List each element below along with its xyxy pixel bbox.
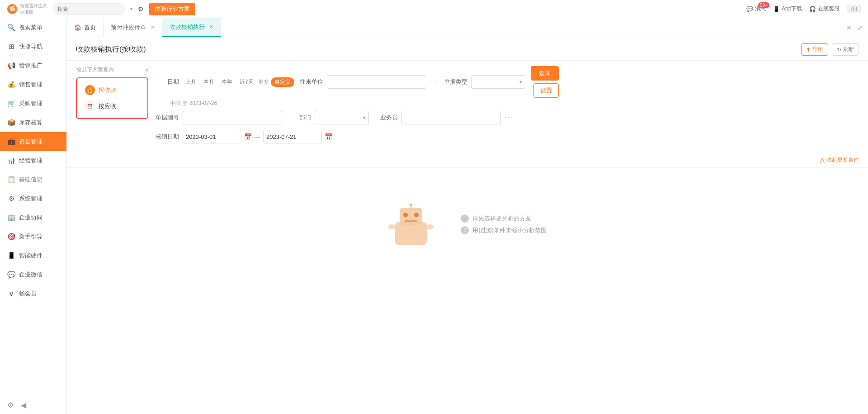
sidebar-item-finance[interactable]: 💼 资金管理 <box>0 132 66 151</box>
tab-expand-icon[interactable]: ⤢ <box>855 22 864 33</box>
message-button[interactable]: 💬 消息 99+ <box>746 5 766 13</box>
sidebar: 🔍 搜索菜单 ⊞ 快捷导航 📢 营销推广 💰 销售管理 🛒 采购管理 📦 库存核… <box>0 18 67 414</box>
by-receivable-icon: ⏰ <box>85 101 95 111</box>
date-btn-7days[interactable]: 近7天 <box>237 77 256 87</box>
page-title: 收款核销执行(按收款) <box>76 45 146 54</box>
sidebar-item-label: 畅会员 <box>19 290 37 298</box>
export-button[interactable]: ⬆ 导出 <box>801 43 828 56</box>
svg-rect-0 <box>395 222 427 245</box>
verify-date-to-input[interactable] <box>263 130 322 143</box>
operations-icon: 📊 <box>7 157 15 165</box>
filter-sidebar-label: 按以下方案查询 « <box>76 66 148 74</box>
sidebar-item-basic-info[interactable]: 📋 基础信息 <box>0 170 66 189</box>
quick-nav-icon: ⊞ <box>7 43 15 51</box>
collapse-more-button[interactable]: ⋀ 收起更多条件 <box>820 156 859 164</box>
doc-type-field: 单据类型 <box>444 75 525 89</box>
sidebar-item-system[interactable]: ⚙ 系统管理 <box>0 189 66 208</box>
sidebar-item-marketing[interactable]: 📢 营销推广 <box>0 56 66 75</box>
svg-point-3 <box>414 213 419 217</box>
sidebar-item-wechat[interactable]: 💬 企业微信 <box>0 265 66 284</box>
app-download-button[interactable]: 📱 App下载 <box>773 5 802 13</box>
sidebar-item-enterprise[interactable]: 🏢 企业协同 <box>0 208 66 227</box>
doc-no-input[interactable] <box>183 111 282 124</box>
tab-prepay[interactable]: 预付冲应付单 ✕ <box>104 18 162 37</box>
tab-close-all-icon[interactable]: ✕ <box>844 22 854 33</box>
sidebar-item-label: 搜索菜单 <box>19 24 42 32</box>
verify-date-to-cal-icon[interactable]: 📅 <box>325 133 332 140</box>
tab-bar: 🏠 首页 预付冲应付单 ✕ 收款核销执行 ✕ ✕ ⤢ <box>67 18 868 37</box>
sidebar-item-operations[interactable]: 📊 经营管理 <box>0 151 66 170</box>
refresh-button[interactable]: ↻ 刷新 <box>832 43 859 56</box>
doc-no-label: 单据编号 <box>156 114 179 122</box>
filter-row-2: 单据编号 部门 <box>156 111 859 124</box>
verify-date-field: 核销日期 📅 — 📅 <box>156 130 332 143</box>
by-receipt-icon: 💰 <box>85 85 95 95</box>
sidebar-bottom: ⚙ ◀ <box>0 396 66 414</box>
settings-icon[interactable]: ⚙ <box>138 5 144 13</box>
export-icon: ⬆ <box>806 47 811 53</box>
dept-select[interactable] <box>315 111 369 124</box>
filter-row-3: 核销日期 📅 — 📅 <box>156 130 859 143</box>
filter-sidebar-collapse-icon[interactable]: « <box>145 67 148 73</box>
filter-option-by-receivable[interactable]: ⏰ 按应收 <box>80 98 144 114</box>
empty-state: 1 请先选择要分析的方案 2 用[过滤]条件来缩小分析范围 <box>67 168 868 281</box>
tab-receipt-verify-close-icon[interactable]: ✕ <box>209 24 213 30</box>
sidebar-item-quick-nav[interactable]: ⊞ 快捷导航 <box>0 37 66 56</box>
user-info[interactable]: Rit <box>847 5 861 13</box>
page-inner: 收款核销执行(按收款) ⬆ 导出 ↻ 刷新 <box>67 37 868 414</box>
collapse-bar: ⋀ 收起更多条件 <box>67 154 868 168</box>
home-icon: 🏠 <box>74 24 81 31</box>
doc-type-select[interactable] <box>471 75 525 89</box>
date-btn-last-month[interactable]: 上月 <box>183 77 199 87</box>
filter-sidebar: 按以下方案查询 « 💰 按收款 ⏰ 按应收 <box>76 66 148 149</box>
staff-more-icon[interactable]: ··· <box>505 114 513 122</box>
logo-area: 畅 畅捷通好生意 标准版 <box>7 3 47 15</box>
counterparty-input[interactable] <box>327 75 426 89</box>
search-input[interactable] <box>52 3 125 15</box>
sidebar-item-sales[interactable]: 💰 销售管理 <box>0 75 66 94</box>
system-icon: ⚙ <box>7 195 15 203</box>
settings-button[interactable]: 设置 <box>533 83 559 98</box>
verify-date-from-cal-icon[interactable]: 📅 <box>244 133 252 140</box>
sidebar-item-label: 系统管理 <box>19 195 42 203</box>
tab-actions: ✕ ⤢ <box>844 22 868 33</box>
sidebar-collapse-icon[interactable]: ◀ <box>21 401 26 409</box>
verify-date-from-input[interactable] <box>183 130 241 143</box>
wechat-icon: 💬 <box>7 271 15 279</box>
verify-date-range: 📅 — 📅 <box>183 130 332 143</box>
counterparty-field: 往来单位 ··· <box>300 75 439 89</box>
page-header: 收款核销执行(按收款) ⬆ 导出 ↻ 刷新 <box>67 37 868 61</box>
sidebar-item-label: 企业微信 <box>19 271 42 279</box>
top-bar: 畅 畅捷通好生意 标准版 ▾ ⚙ 体验行业方案 💬 消息 99+ 📱 App下载… <box>0 0 868 18</box>
search-chevron-icon[interactable]: ▾ <box>130 6 132 11</box>
sidebar-item-member[interactable]: V 畅会员 <box>0 284 66 303</box>
date-more-btn[interactable]: 更多 <box>258 78 269 86</box>
dept-field: 部门 <box>288 111 369 124</box>
service-icon: 🎧 <box>809 6 816 12</box>
counterparty-more-icon[interactable]: ··· <box>430 78 439 86</box>
sidebar-item-search-menu[interactable]: 🔍 搜索菜单 <box>0 18 66 37</box>
sidebar-item-label: 资金管理 <box>19 138 42 146</box>
tab-prepay-close-icon[interactable]: ✕ <box>151 24 155 30</box>
date-btn-custom[interactable]: 自定义 <box>271 77 294 87</box>
sidebar-item-purchase[interactable]: 🛒 采购管理 <box>0 94 66 113</box>
sidebar-item-guide[interactable]: 🎯 新手引导 <box>0 227 66 246</box>
tab-home[interactable]: 🏠 首页 <box>67 18 104 37</box>
sidebar-item-hardware[interactable]: 📱 智能硬件 <box>0 246 66 265</box>
date-btn-this-year[interactable]: 本年 <box>219 77 235 87</box>
filter-option-by-receipt[interactable]: 💰 按收款 <box>80 82 144 98</box>
date-btn-this-month[interactable]: 本月 <box>201 77 217 87</box>
search-menu-icon: 🔍 <box>7 24 15 32</box>
robot-svg <box>388 204 434 245</box>
staff-input[interactable] <box>401 111 501 124</box>
sidebar-item-label: 基础信息 <box>19 176 42 184</box>
content-area: 🏠 首页 预付冲应付单 ✕ 收款核销执行 ✕ ✕ ⤢ 收款核销执行(按 <box>67 18 868 414</box>
query-button[interactable]: 查询 <box>531 66 559 81</box>
tab-receipt-verify[interactable]: 收款核销执行 ✕ <box>162 18 221 37</box>
solution-button[interactable]: 体验行业方案 <box>149 3 195 15</box>
sidebar-item-inventory[interactable]: 📦 库存核算 <box>0 113 66 132</box>
hint-num-2: 2 <box>461 226 469 234</box>
customer-service-button[interactable]: 🎧 在线客服 <box>809 5 840 13</box>
empty-hint-1: 1 请先选择要分析的方案 <box>461 214 546 223</box>
sidebar-settings-icon[interactable]: ⚙ <box>7 401 14 409</box>
